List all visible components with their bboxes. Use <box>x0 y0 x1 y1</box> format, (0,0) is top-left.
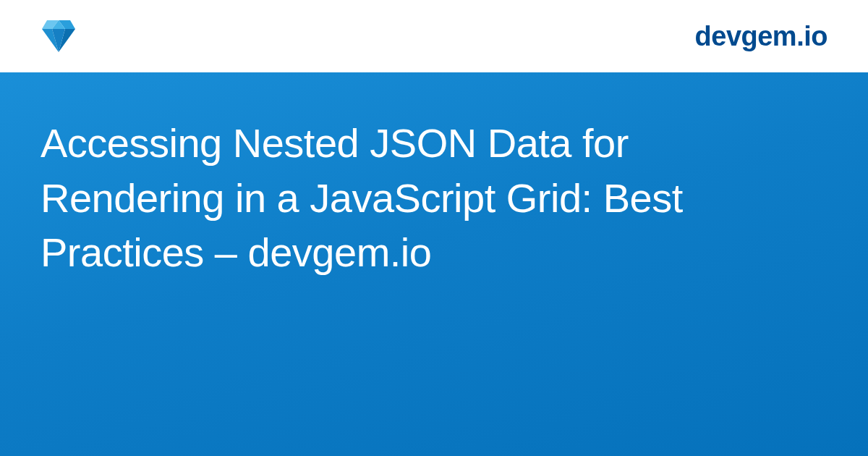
hero-section: Accessing Nested JSON Data for Rendering… <box>0 72 868 456</box>
brand-name: devgem.io <box>695 21 827 52</box>
page-title: Accessing Nested JSON Data for Rendering… <box>41 116 749 280</box>
gem-icon <box>41 18 77 54</box>
header-bar: devgem.io <box>0 0 868 72</box>
